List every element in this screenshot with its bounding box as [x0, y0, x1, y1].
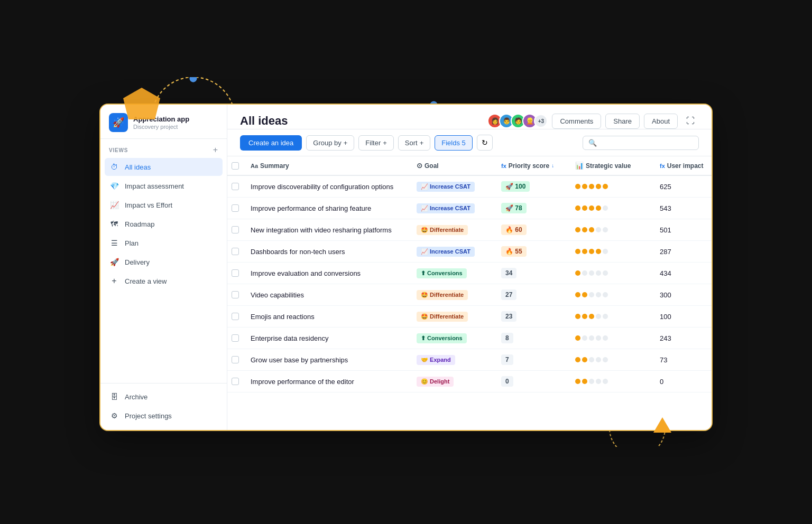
dot-filled: [589, 227, 594, 232]
dot-empty: [582, 335, 587, 341]
row-checkbox-cell: [227, 219, 244, 241]
dot-empty: [596, 270, 601, 276]
comments-button[interactable]: Comments: [552, 114, 601, 129]
settings-icon: ⚙: [109, 410, 119, 421]
sidebar-item-plan[interactable]: ☰ Plan: [105, 234, 223, 252]
dot-empty: [596, 335, 601, 341]
goal-badge: 📈 Increase CSAT: [417, 203, 475, 213]
row-checkbox[interactable]: [232, 378, 239, 385]
row-checkbox[interactable]: [232, 248, 239, 255]
row-summary[interactable]: Improve performance of the editor: [244, 371, 410, 392]
main-content: All ideas 👩 👨 🧑 👱 +3 Comments Share Abou…: [227, 105, 712, 430]
th-summary-label: Summary: [260, 162, 289, 170]
row-goal: 🤩 Differentiate: [410, 219, 495, 241]
sidebar-item-all-ideas[interactable]: ⏱ All ideas: [105, 158, 223, 176]
priority-badge: 🚀 100: [501, 181, 530, 192]
row-summary[interactable]: Improve discoverability of configuration…: [244, 175, 410, 198]
row-checkbox-cell: [227, 371, 244, 392]
expand-button[interactable]: ⛶: [682, 113, 699, 129]
header-right: 👩 👨 🧑 👱 +3 Comments Share About ⛶: [487, 113, 699, 129]
th-priority[interactable]: fx Priority score ↓: [495, 156, 569, 175]
select-all-checkbox[interactable]: [232, 162, 239, 170]
priority-badge: 7: [501, 354, 513, 365]
row-checkbox[interactable]: [232, 183, 239, 190]
row-checkbox[interactable]: [232, 356, 239, 363]
sidebar-item-delivery[interactable]: 🚀 Delivery: [105, 253, 223, 271]
row-priority: 34: [495, 263, 569, 284]
row-summary[interactable]: Enterprise data residency: [244, 328, 410, 349]
th-goal[interactable]: ⊙ Goal: [410, 156, 495, 175]
row-summary[interactable]: Improve evaluation and conversions: [244, 263, 410, 284]
row-summary[interactable]: Improve performance of sharing feature: [244, 198, 410, 219]
row-checkbox[interactable]: [232, 269, 239, 277]
row-checkbox[interactable]: [232, 226, 239, 233]
th-summary[interactable]: Aa Summary: [244, 156, 410, 175]
goal-badge: ⬆ Conversions: [417, 268, 467, 278]
dot-filled: [575, 357, 580, 362]
goal-badge: 🤩 Differentiate: [417, 312, 468, 322]
sidebar-item-label: Delivery: [125, 258, 150, 266]
sort-button[interactable]: Sort +: [398, 135, 430, 151]
filter-button[interactable]: Filter +: [358, 135, 393, 151]
search-icon: 🔍: [588, 139, 597, 147]
sidebar-item-label: Roadmap: [125, 220, 154, 228]
row-goal: 📈 Increase CSAT: [410, 198, 495, 219]
dot-filled: [582, 184, 587, 189]
row-summary[interactable]: Video capabilities: [244, 284, 410, 306]
row-summary[interactable]: Emojis and reactions: [244, 306, 410, 328]
priority-badge: 8: [501, 333, 513, 343]
row-impact: 243: [653, 328, 712, 349]
th-goal-label: Goal: [425, 162, 439, 170]
row-impact: 543: [653, 198, 712, 219]
sidebar-item-roadmap[interactable]: 🗺 Roadmap: [105, 215, 223, 233]
dot-filled: [575, 270, 580, 276]
dot-empty: [603, 292, 608, 297]
sidebar-item-label: Plan: [125, 239, 139, 247]
share-button[interactable]: Share: [605, 114, 640, 129]
dot-empty: [603, 205, 608, 211]
search-input[interactable]: [600, 139, 693, 147]
row-checkbox-cell: [227, 198, 244, 219]
row-checkbox[interactable]: [232, 313, 239, 320]
impact-assessment-icon: 💎: [109, 181, 119, 191]
row-summary[interactable]: Dashboards for non-tech users: [244, 241, 410, 263]
row-summary[interactable]: New integration with video resharing pla…: [244, 219, 410, 241]
th-strategic[interactable]: 📊 Strategic value: [569, 156, 653, 175]
about-button[interactable]: About: [644, 114, 678, 129]
sidebar-item-impact-effort[interactable]: 📈 Impact vs Effort: [105, 196, 223, 214]
row-checkbox[interactable]: [232, 204, 239, 212]
row-checkbox-cell: [227, 284, 244, 306]
sidebar-item-archive[interactable]: 🗄 Archive: [105, 388, 223, 406]
sidebar-item-create-view[interactable]: + Create a view: [105, 272, 223, 290]
create-idea-button[interactable]: Create an idea: [240, 135, 302, 151]
create-view-icon: +: [109, 276, 119, 286]
row-summary[interactable]: Grow user base by partnerships: [244, 349, 410, 371]
sidebar-item-project-settings[interactable]: ⚙ Project settings: [105, 407, 223, 425]
dot-empty: [589, 292, 594, 297]
dot-filled: [603, 184, 608, 189]
dot-empty: [603, 227, 608, 232]
dot-empty: [603, 379, 608, 384]
dot-empty: [589, 379, 594, 384]
row-priority: 🔥 60: [495, 219, 569, 241]
row-checkbox[interactable]: [232, 291, 239, 298]
goal-badge: 🤝 Expand: [417, 355, 455, 365]
group-by-button[interactable]: Group by +: [306, 135, 354, 151]
goal-badge: ⬆ Conversions: [417, 333, 467, 343]
sidebar-item-label: Archive: [125, 393, 147, 401]
dot-empty: [603, 270, 608, 276]
row-checkbox-cell: [227, 328, 244, 349]
th-check: [227, 156, 244, 175]
fields-button[interactable]: Fields 5: [435, 135, 473, 151]
plan-icon: ☰: [109, 238, 119, 248]
refresh-button[interactable]: ↻: [477, 135, 493, 151]
row-strategic: [569, 175, 653, 198]
row-impact: 287: [653, 241, 712, 263]
sidebar-item-impact-assessment[interactable]: 💎 Impact assessment: [105, 177, 223, 195]
page-title: All ideas: [240, 114, 288, 128]
add-view-plus[interactable]: +: [213, 145, 218, 155]
th-impact[interactable]: fx User impact: [653, 156, 712, 175]
row-goal: 📈 Increase CSAT: [410, 175, 495, 198]
row-checkbox[interactable]: [232, 334, 239, 342]
priority-badge: 0: [501, 376, 513, 387]
